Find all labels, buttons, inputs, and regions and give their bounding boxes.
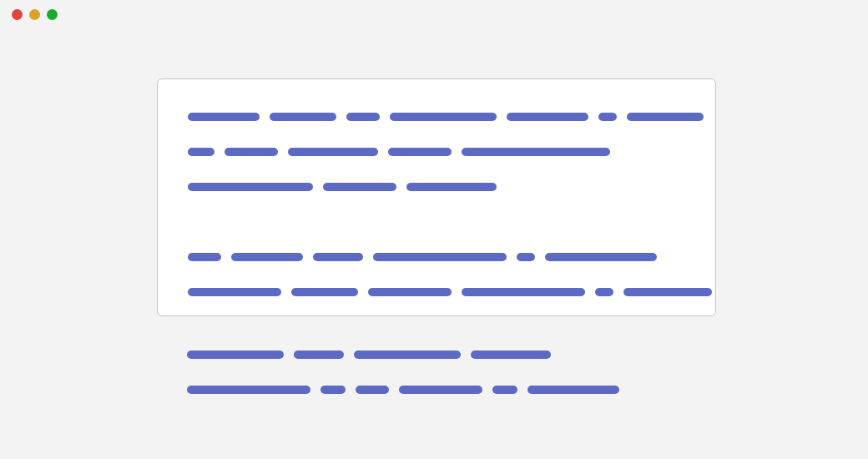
placeholder-segment — [471, 351, 551, 359]
placeholder-segment — [356, 386, 389, 394]
placeholder-segment — [225, 148, 278, 156]
placeholder-segment — [323, 183, 396, 191]
placeholder-line — [188, 253, 685, 261]
placeholder-segment — [187, 386, 310, 394]
placeholder-segment — [462, 148, 610, 156]
placeholder-segment — [188, 253, 221, 261]
zoom-icon[interactable] — [47, 9, 58, 20]
placeholder-line — [188, 113, 685, 121]
placeholder-segment — [545, 253, 657, 261]
placeholder-segment — [294, 351, 344, 359]
placeholder-segment — [313, 253, 363, 261]
document-overflow — [187, 351, 688, 421]
placeholder-line — [188, 183, 685, 191]
placeholder-segment — [373, 253, 507, 261]
document-card — [157, 78, 716, 316]
placeholder-segment — [388, 148, 452, 156]
placeholder-segment — [399, 386, 482, 394]
placeholder-segment — [320, 386, 346, 394]
content-area — [0, 28, 868, 459]
placeholder-line — [188, 148, 685, 156]
window-titlebar — [0, 0, 868, 28]
placeholder-line — [187, 386, 688, 394]
placeholder-segment — [527, 386, 619, 394]
placeholder-segment — [462, 288, 585, 296]
placeholder-segment — [406, 183, 497, 191]
placeholder-segment — [492, 386, 517, 394]
placeholder-segment — [598, 113, 617, 121]
placeholder-segment — [517, 253, 535, 261]
placeholder-segment — [595, 288, 613, 296]
placeholder-segment — [188, 113, 260, 121]
close-icon[interactable] — [12, 9, 23, 20]
placeholder-segment — [188, 183, 313, 191]
placeholder-segment — [623, 288, 712, 296]
minimize-icon[interactable] — [29, 9, 40, 20]
placeholder-segment — [368, 288, 452, 296]
placeholder-segment — [188, 288, 281, 296]
placeholder-line — [188, 288, 685, 296]
placeholder-segment — [270, 113, 336, 121]
placeholder-segment — [291, 288, 358, 296]
placeholder-blank-line — [188, 218, 685, 226]
placeholder-line — [187, 351, 688, 359]
placeholder-segment — [231, 253, 303, 261]
placeholder-segment — [346, 113, 380, 121]
placeholder-segment — [627, 113, 704, 121]
placeholder-segment — [187, 351, 284, 359]
placeholder-segment — [507, 113, 588, 121]
placeholder-segment — [188, 148, 214, 156]
placeholder-segment — [354, 351, 461, 359]
placeholder-segment — [288, 148, 378, 156]
placeholder-segment — [390, 113, 497, 121]
